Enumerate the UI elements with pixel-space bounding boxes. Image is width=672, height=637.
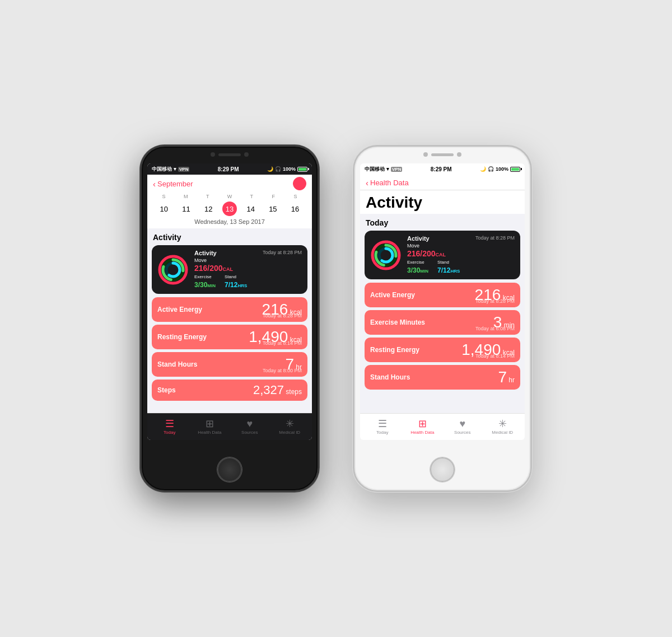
page-title-light: Activity <box>360 190 525 214</box>
tile-time-ae-light: Today at 8:28 PM <box>475 298 515 304</box>
calendar-header: ‹ September S M T W T F S 10 11 <box>147 175 312 228</box>
tile-stand-hours-light[interactable]: Stand Hours 7 hr <box>365 365 520 390</box>
nav-back-dark[interactable]: ‹ September <box>153 179 193 189</box>
cal-day-12[interactable]: 12 <box>200 202 217 216</box>
back-chevron-icon-light: ‹ <box>366 178 368 188</box>
tile-value-block-re-dark: 1,490 kcal Today at 8:14 PM <box>249 329 302 345</box>
section-label-dark: Activity <box>152 233 307 242</box>
tile-label-ae-light: Active Energy <box>370 291 415 299</box>
main-scroll-dark[interactable]: Activity <box>147 228 312 413</box>
calendar-days: 10 11 12 13 14 15 16 <box>153 202 306 216</box>
battery-percent-light: 100% <box>496 166 508 172</box>
activity-ring-light <box>370 240 402 271</box>
tab-today-dark[interactable]: ☰ Today <box>150 419 190 435</box>
tab-today-icon-light: ☰ <box>378 419 387 429</box>
day-label-s2: S <box>287 194 304 199</box>
nav-header-light: ‹ Health Data <box>360 175 525 190</box>
activity-ring-dark <box>157 254 189 285</box>
tab-healthdata-dark[interactable]: ⊞ Health Data <box>190 419 230 435</box>
speaker-bar-light <box>431 153 454 156</box>
tile-label-sh-light: Stand Hours <box>370 373 410 381</box>
cal-day-13[interactable]: 13 <box>222 202 237 216</box>
day-label-t2: T <box>243 194 260 199</box>
calendar-nav: ‹ September <box>153 177 306 190</box>
stand-label-dark: Stand <box>225 274 247 279</box>
activity-card-light: Activity Today at 8:28 PM Move 216/200CA… <box>365 231 520 279</box>
tab-healthdata-icon-dark: ⊞ <box>206 419 214 429</box>
tile-resting-energy-dark[interactable]: Resting Energy 1,490 kcal Today at 8:14 … <box>152 325 307 349</box>
tab-medicalid-label-dark: Medical ID <box>279 430 300 435</box>
moon-icon: 🌙 <box>267 166 273 172</box>
activity-info-dark: Activity Today at 8:28 PM Move 216/200CA… <box>194 250 302 289</box>
calendar-avatar[interactable] <box>293 177 306 190</box>
carrier: 中国移动 <box>152 166 172 173</box>
nav-back-label-dark: September <box>157 180 193 188</box>
status-right-light: 🌙 🎧 100% <box>480 166 520 172</box>
tile-active-energy-light[interactable]: Active Energy 216 kcal Today at 8:28 PM <box>365 283 520 307</box>
activity-card-dark: Activity Today at 8:28 PM Move 216/200CA… <box>152 245 307 294</box>
tile-active-energy-dark[interactable]: Active Energy 216 kcal Today at 8:28 PM <box>152 297 307 322</box>
exercise-block-dark: Exercise 3/30MIN <box>194 274 216 289</box>
status-left-light: 中国移动 ▾ VPN <box>365 166 402 173</box>
stand-unit-light: HRS <box>450 269 460 274</box>
tile-resting-energy-light[interactable]: Resting Energy 1,490 kcal Today at 8:14 … <box>365 338 520 362</box>
cal-day-15[interactable]: 15 <box>264 202 281 216</box>
cal-day-16[interactable]: 16 <box>287 202 304 216</box>
home-button-dark[interactable] <box>217 457 242 482</box>
tab-medicalid-dark[interactable]: ✳ Medical ID <box>270 419 310 435</box>
activity-row-dark: Exercise 3/30MIN Stand 7/12HRS <box>194 274 302 289</box>
move-label-dark: Move <box>194 257 302 263</box>
tile-unit-sh-light: hr <box>507 376 515 384</box>
tile-unit-steps-dark: steps <box>284 388 302 396</box>
cal-day-10[interactable]: 10 <box>156 202 172 216</box>
activity-row-light: Exercise 3/30MIN Stand 7/12HRS <box>407 260 515 275</box>
home-button-light[interactable] <box>430 457 455 482</box>
stand-value-dark: 7/12 <box>225 281 237 289</box>
tab-sources-light[interactable]: ♥ Sources <box>442 419 483 435</box>
tile-value-block-steps-dark: 2,327 steps <box>253 384 302 396</box>
day-label-w: W <box>221 194 238 199</box>
tab-today-light[interactable]: ☰ Today <box>362 419 403 435</box>
tile-time-re-dark: Today at 8:14 PM <box>263 340 302 346</box>
calendar-days-header: S M T W T F S <box>153 194 306 199</box>
tab-medicalid-light[interactable]: ✳ Medical ID <box>483 419 523 435</box>
exercise-value-dark: 3/30 <box>194 281 207 289</box>
wifi-icon: ▾ <box>174 166 176 172</box>
tab-today-label-light: Today <box>376 430 388 435</box>
main-scroll-light[interactable]: Today Activity Tod <box>360 214 525 413</box>
light-phone-screen: 中国移动 ▾ VPN 8:29 PM 🌙 🎧 100% ‹ Health Dat… <box>360 163 525 440</box>
exercise-block-light: Exercise 3/30MIN <box>407 260 428 275</box>
tile-value-block-re-light: 1,490 kcal Today at 8:14 PM <box>461 342 515 358</box>
exercise-unit-light: MIN <box>420 269 428 274</box>
tab-sources-label-dark: Sources <box>241 430 258 435</box>
battery-icon <box>297 167 307 172</box>
status-bar-dark: 中国移动 ▾ VPN 8:29 PM 🌙 🎧 100% <box>147 163 312 175</box>
tab-healthdata-light[interactable]: ⊞ Health Data <box>403 419 443 435</box>
tab-sources-icon-light: ♥ <box>459 419 465 429</box>
wifi-icon-light: ▾ <box>386 166 389 172</box>
screen-content-dark: ‹ September S M T W T F S 10 11 <box>147 175 312 440</box>
tile-value-sh-light: 7 <box>498 368 507 386</box>
tab-bar-dark: ☰ Today ⊞ Health Data ♥ Sources ✳ Medica… <box>147 413 312 440</box>
battery-fill <box>298 168 306 171</box>
nav-back-light[interactable]: ‹ Health Data <box>366 178 519 188</box>
nav-back-label-light: Health Data <box>370 179 409 187</box>
activity-card-time-dark: Today at 8:28 PM <box>263 250 302 255</box>
tile-label-steps-dark: Steps <box>157 386 176 394</box>
phone-top-details-light <box>423 152 461 157</box>
carrier-light: 中国移动 <box>365 166 385 173</box>
tile-stand-hours-dark[interactable]: Stand Hours 7 hr Today at 8:00 PM <box>152 352 307 377</box>
tile-exercise-minutes-light[interactable]: Exercise Minutes 3 min Today at 6:08 PM <box>365 310 520 335</box>
stand-value-light: 7/12 <box>437 266 450 274</box>
tile-value-block-ae-light: 216 kcal Today at 8:28 PM <box>475 287 515 303</box>
tab-healthdata-label-dark: Health Data <box>198 430 221 435</box>
phone-top-details <box>211 152 249 157</box>
tab-sources-dark[interactable]: ♥ Sources <box>230 419 270 435</box>
tile-time-sh-dark: Today at 8:00 PM <box>263 368 302 373</box>
cal-day-14[interactable]: 14 <box>242 202 259 216</box>
cal-day-11[interactable]: 11 <box>178 202 195 216</box>
stand-unit-dark: HRS <box>237 283 247 288</box>
tile-steps-dark[interactable]: Steps 2,327 steps <box>152 380 307 401</box>
stand-label-light: Stand <box>437 260 460 265</box>
tab-today-label-dark: Today <box>164 430 175 435</box>
